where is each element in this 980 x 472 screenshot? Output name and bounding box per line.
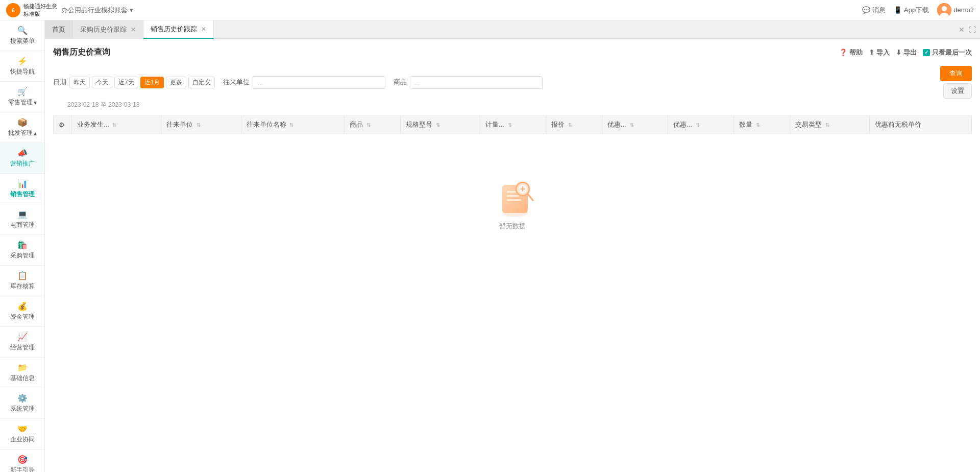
sidebar-item-retail[interactable]: 🛒 零售管理 ▾: [0, 82, 44, 112]
ecom-icon: 💻: [17, 209, 28, 219]
sidebar-item-label: 零售管理: [8, 98, 33, 107]
table-settings-header[interactable]: ⚙: [54, 116, 72, 134]
sidebar-item-label: 基础信息: [10, 374, 35, 383]
inventory-icon: 📋: [17, 271, 28, 280]
tab-purchase-close[interactable]: ✕: [131, 26, 136, 33]
export-btn[interactable]: ⬇ 导出: [896, 48, 917, 57]
arrow-icon: ▴: [34, 130, 37, 137]
top-header: 6 畅捷通好生意 标准版 办公用品行业模拟账套 ▾ 💬 消息 📱 App下载: [0, 0, 980, 20]
phone-icon: 📱: [894, 6, 902, 14]
date-btn-1month[interactable]: 近1月: [140, 77, 164, 88]
import-btn[interactable]: ⬆ 导入: [869, 48, 890, 57]
date-range-display: 2023-02-18 至 2023-03-18: [53, 101, 972, 109]
logo-area: 6 畅捷通好生意 标准版: [6, 3, 57, 17]
col-goods[interactable]: 商品 ⇅: [345, 116, 401, 134]
sidebar-item-corp[interactable]: 🤝 企业协同: [0, 419, 44, 450]
tab-purchase-label: 采购历史价跟踪: [80, 25, 127, 34]
sidebar-item-label: 企业协同: [10, 435, 35, 444]
col-quantity[interactable]: 数量 ⇅: [734, 116, 790, 134]
quick-icon: ⚡: [17, 56, 28, 66]
goods-filter-input[interactable]: [410, 76, 543, 89]
sidebar-item-wholesale[interactable]: 📦 批发管理 ▴: [0, 112, 44, 143]
col-tax-price[interactable]: 优惠前无税单价: [870, 116, 972, 134]
breadcrumb-select[interactable]: 办公用品行业模拟账套 ▾: [61, 6, 133, 15]
sort-icon: ⇅: [630, 122, 634, 128]
sidebar-item-newbie[interactable]: 🎯 新手引导: [0, 450, 44, 472]
partner-filter-label: 往来单位: [223, 78, 250, 87]
sidebar-item-marketing[interactable]: 📣 营销推广: [0, 143, 44, 174]
date-btn-yesterday[interactable]: 昨天: [69, 77, 90, 88]
col-trade-type[interactable]: 交易类型 ⇅: [790, 116, 870, 134]
help-icon: ❓: [839, 49, 847, 56]
sidebar-item-label: 批发管理: [8, 129, 33, 137]
page-title-bar: 销售历史价查询 ❓ 帮助 ⬆ 导入 ⬇ 导出 ✓ 只看最后一次: [53, 47, 972, 58]
tab-sales-close[interactable]: ✕: [201, 26, 206, 33]
only-last-checkbox[interactable]: ✓ 只看最后一次: [923, 48, 972, 57]
wholesale-icon: 📦: [17, 117, 28, 127]
tab-home[interactable]: 首页: [45, 20, 73, 39]
col-discount2[interactable]: 优惠... ⇅: [668, 116, 734, 134]
sort-icon: ⇅: [756, 122, 760, 128]
newbie-icon: 🎯: [17, 455, 28, 464]
sidebar-item-label: 电商管理: [10, 221, 35, 229]
tab-home-label: 首页: [52, 25, 65, 34]
col-date[interactable]: 业务发生... ⇅: [72, 116, 161, 134]
sidebar-item-finance[interactable]: 💰 资金管理: [0, 296, 44, 327]
goods-filter-group: 商品: [394, 76, 543, 89]
date-btn-7days[interactable]: 近7天: [114, 77, 138, 88]
username: demo2: [953, 6, 974, 14]
user-avatar-btn[interactable]: demo2: [937, 3, 974, 17]
tab-purchase[interactable]: 采购历史价跟踪 ✕: [73, 20, 143, 39]
sidebar-item-inventory[interactable]: 📋 库存核算: [0, 266, 44, 296]
query-button[interactable]: 查询: [940, 66, 972, 81]
col-discount1[interactable]: 优惠... ⇅: [602, 116, 668, 134]
retail-icon: 🛒: [17, 87, 28, 97]
col-unit[interactable]: 计量... ⇅: [480, 116, 546, 134]
sort-icon: ⇅: [197, 122, 201, 128]
partner-filter-group: 往来单位: [223, 76, 385, 89]
col-price[interactable]: 报价 ⇅: [546, 116, 602, 134]
col-spec[interactable]: 规格型号 ⇅: [400, 116, 480, 134]
corp-icon: 🤝: [17, 424, 28, 434]
col-partner-name[interactable]: 往来单位名称 ⇅: [241, 116, 344, 134]
data-table: ⚙ 业务发生... ⇅ 往来单位 ⇅ 往来单位名称 ⇅ 商品 ⇅: [53, 115, 972, 134]
message-btn[interactable]: 💬 消息: [862, 6, 886, 15]
sort-icon: ⇅: [289, 122, 293, 128]
sidebar-item-operations[interactable]: 📈 经营管理: [0, 327, 44, 358]
sidebar-item-ecom[interactable]: 💻 电商管理: [0, 204, 44, 235]
dropdown-icon: ▾: [130, 6, 133, 14]
sidebar-item-sales[interactable]: 📊 销售管理: [0, 174, 44, 204]
page-title: 销售历史价查询: [53, 47, 110, 58]
breadcrumb-text: 办公用品行业模拟账套: [61, 6, 128, 15]
page-actions: ❓ 帮助 ⬆ 导入 ⬇ 导出 ✓ 只看最后一次: [839, 48, 972, 57]
sales-icon: 📊: [17, 179, 28, 188]
sidebar-item-search[interactable]: 🔍 搜索菜单: [0, 20, 44, 51]
app-download-btn[interactable]: 📱 App下载: [894, 6, 929, 15]
help-btn[interactable]: ❓ 帮助: [839, 48, 863, 57]
filter-bar: 日期 昨天 今天 近7天 近1月 更多 自定义 往来单位 商品 查询 设置: [53, 66, 972, 99]
logo-icon: 6: [6, 3, 20, 17]
col-partner-code[interactable]: 往来单位 ⇅: [161, 116, 241, 134]
gear-icon: ⚙: [59, 121, 65, 129]
sidebar: 🔍 搜索菜单 ⚡ 快捷导航 🛒 零售管理 ▾ 📦 批发管理 ▴ 📣 营销推广 📊…: [0, 20, 45, 472]
sort-icon: ⇅: [568, 122, 572, 128]
sidebar-item-quick[interactable]: ⚡ 快捷导航: [0, 51, 44, 82]
setting-button[interactable]: 设置: [943, 83, 972, 99]
sidebar-item-label: 销售管理: [10, 190, 35, 199]
tab-sales-label: 销售历史价跟踪: [151, 25, 197, 34]
sidebar-item-basic[interactable]: 📁 基础信息: [0, 358, 44, 388]
date-btn-custom[interactable]: 自定义: [188, 77, 215, 88]
arrow-icon: ▾: [34, 99, 37, 106]
sort-icon: ⇅: [366, 122, 371, 128]
tab-maximize-icon[interactable]: ⛶: [969, 26, 976, 34]
date-btn-more[interactable]: 更多: [166, 77, 186, 88]
tab-minimize-icon[interactable]: ✕: [959, 26, 965, 34]
sidebar-item-system[interactable]: ⚙️ 系统管理: [0, 388, 44, 419]
avatar: [937, 3, 951, 17]
date-btn-today[interactable]: 今天: [92, 77, 112, 88]
tab-sales[interactable]: 销售历史价跟踪 ✕: [143, 20, 214, 39]
svg-text:6: 6: [12, 8, 15, 13]
finance-icon: 💰: [17, 301, 28, 311]
sidebar-item-purchase[interactable]: 🛍️ 采购管理: [0, 235, 44, 266]
partner-filter-input[interactable]: [253, 76, 385, 89]
